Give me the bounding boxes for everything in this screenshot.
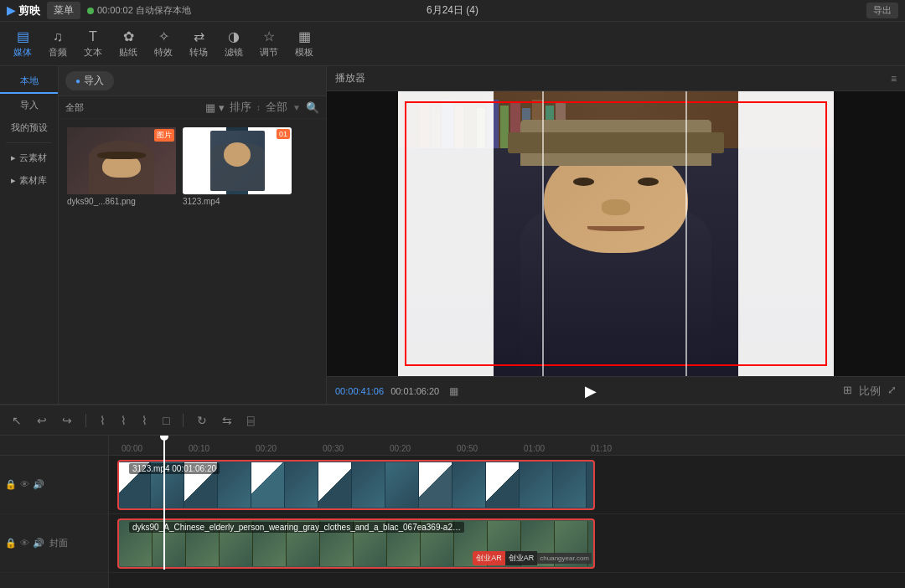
track-visibility-icon-2[interactable]: 👁 xyxy=(20,538,29,549)
ruler-50: 00:50 xyxy=(457,444,478,453)
track-icons-video: 🔒 👁 🔊 xyxy=(5,479,44,490)
video-track-label: 3123.mp4 00:01:06:20 xyxy=(129,463,220,474)
toolbar-effects-label: 特效 xyxy=(154,46,173,59)
redo-button[interactable]: ↪ xyxy=(57,412,77,429)
sidebar-item-presets[interactable]: 我的预设 xyxy=(0,116,58,139)
toolbar-text[interactable]: T 文本 xyxy=(77,26,109,62)
preview-canvas xyxy=(327,91,905,376)
top-actions: 导出 xyxy=(866,3,898,18)
sidebar-item-library[interactable]: ▸ 素材库 xyxy=(0,169,58,192)
frame-4 xyxy=(218,462,251,508)
image-track-label: dyks90_A_Chinese_elderly_person_wearing_… xyxy=(129,522,464,533)
track-sublabel: 封面 xyxy=(49,537,68,549)
cursor-head xyxy=(160,436,168,441)
crop-button[interactable]: ⌇ xyxy=(137,412,153,429)
track-lock-icon[interactable]: 🔒 xyxy=(5,479,17,490)
wm-badge-track: 创业AR xyxy=(473,551,505,565)
toolbar-audio[interactable]: ♫ 音频 xyxy=(42,26,74,62)
ruler-00: 00:00 xyxy=(122,444,142,453)
type-badge-video: 01 xyxy=(277,129,290,139)
filter-icon: ◑ xyxy=(228,28,240,44)
search-button[interactable]: 🔍 xyxy=(306,101,319,114)
frame-9 xyxy=(385,462,419,508)
project-title: 6月24日 (4) xyxy=(427,3,478,18)
undo-button[interactable]: ↩ xyxy=(32,412,52,429)
track-lock-icon-2[interactable]: 🔒 xyxy=(5,538,17,549)
sidebar-library-label: ▸ 素材库 xyxy=(11,174,46,187)
rotate-button[interactable]: ↻ xyxy=(192,412,212,429)
ruler-20: 00:20 xyxy=(256,444,277,453)
split-v-button[interactable]: ⌇ xyxy=(116,412,132,429)
sort-button[interactable]: 排序 xyxy=(230,100,251,115)
timeline-body: 🔒 👁 🔊 🔒 👁 🔊 封面 00:00 00:10 xyxy=(0,436,905,588)
toolbar-transition-label: 转场 xyxy=(189,46,208,59)
toolbar-template-label: 模板 xyxy=(295,46,313,59)
track-visibility-icon[interactable]: 👁 xyxy=(20,479,29,490)
media-panel: 导入 全部 ▦ ▾ 排序 ↕ 全部 ▼ 🔍 已添加 xyxy=(59,66,327,404)
all-filter-button[interactable]: 全部 xyxy=(266,100,287,115)
export-button[interactable]: 导出 xyxy=(866,3,898,18)
frame-6 xyxy=(285,462,318,508)
media-filename-image: dyks90_...861.png xyxy=(67,197,176,206)
expand-button[interactable]: ⤢ xyxy=(887,384,897,399)
sticker-icon: ✿ xyxy=(123,28,134,44)
fullscreen-button[interactable]: ⊞ xyxy=(843,384,852,399)
sidebar-local-label: 本地 xyxy=(20,75,39,87)
toolbar-filter[interactable]: ◑ 滤镜 xyxy=(218,25,250,62)
toolbar-template[interactable]: ▦ 模板 xyxy=(288,25,320,62)
preview-video xyxy=(398,91,834,376)
frame-5 xyxy=(251,462,285,508)
transition-icon: ⇄ xyxy=(194,28,204,44)
crop2-button[interactable]: ⌸ xyxy=(242,412,259,429)
ratio-button[interactable]: 比例 xyxy=(859,384,881,399)
sidebar-cloud-label: ▸ 云素材 xyxy=(11,152,46,164)
top-toolbar: ▤ 媒体 ♫ 音频 T 文本 ✿ 贴纸 ✧ 特效 ⇄ 转场 ◑ 滤镜 ☆ 调节 … xyxy=(0,22,905,66)
cursor-tool[interactable]: ↖ xyxy=(7,412,27,429)
preview-menu-button[interactable]: ≡ xyxy=(891,73,897,85)
toolbar-text-label: 文本 xyxy=(84,46,102,59)
ruler-40: 00:20 xyxy=(390,444,411,453)
sidebar-item-import[interactable]: 导入 xyxy=(0,94,58,116)
mirror-button[interactable]: ⇆ xyxy=(217,412,237,429)
import-button[interactable]: 导入 xyxy=(65,71,114,90)
sort-icon: ↕ xyxy=(256,103,261,112)
toolbar-media[interactable]: ▤ 媒体 xyxy=(7,25,39,62)
toolbar-adjust[interactable]: ☆ 调节 xyxy=(253,25,285,62)
ruler-10: 00:10 xyxy=(189,444,209,453)
split-button[interactable]: ⌇ xyxy=(95,412,111,429)
media-toolbar: 导入 xyxy=(59,66,326,96)
ruler-100: 01:00 xyxy=(524,444,545,453)
grid-view-button[interactable]: ▦ ▾ xyxy=(205,101,225,114)
track-icons-image: 🔒 👁 🔊 xyxy=(5,538,44,549)
track-label-image: 🔒 👁 🔊 封面 xyxy=(0,514,108,573)
image-track[interactable]: dyks90_A_Chinese_elderly_person_wearing_… xyxy=(117,518,595,569)
media-icon: ▤ xyxy=(17,28,29,44)
square-button[interactable]: □ xyxy=(158,412,174,429)
effects-icon: ✧ xyxy=(158,28,169,44)
video-track[interactable]: 3123.mp4 00:01:06:20 xyxy=(117,460,595,510)
frame-14 xyxy=(553,462,587,508)
sidebar-item-cloud[interactable]: ▸ 云素材 xyxy=(0,147,58,169)
autosave-status: 00:00:02 自动保存本地 xyxy=(87,4,191,17)
preview-area: 播放器 ≡ xyxy=(327,66,905,404)
preview-controls: 00:00:41:06 00:01:06:20 ▦ ▶ ⊞ 比例 ⤢ xyxy=(327,376,905,404)
toolbar-transition[interactable]: ⇄ 转场 xyxy=(183,25,215,62)
sidebar: 本地 导入 我的预设 ▸ 云素材 ▸ 素材库 xyxy=(0,66,59,404)
timeline-cursor[interactable] xyxy=(163,436,165,570)
sidebar-divider xyxy=(6,142,52,143)
app-name: 剪映 xyxy=(18,3,40,18)
preview-title: 播放器 xyxy=(335,71,365,85)
timeline-tracks[interactable]: 00:00 00:10 00:20 00:30 00:20 00:50 01:0… xyxy=(109,436,905,588)
wm-url-track: chuangyear.com xyxy=(537,553,592,564)
timecode-icon: ▦ xyxy=(449,385,458,397)
track-volume-icon[interactable]: 🔊 xyxy=(33,479,44,490)
sidebar-item-local[interactable]: 本地 xyxy=(0,70,58,94)
toolbar-sticker[interactable]: ✿ 贴纸 xyxy=(112,25,144,62)
menu-button[interactable]: 菜单 xyxy=(47,2,80,19)
play-button[interactable]: ▶ xyxy=(585,382,597,400)
video-track-row: 3123.mp4 00:01:06:20 xyxy=(109,456,905,514)
toolbar-effects[interactable]: ✧ 特效 xyxy=(147,25,179,62)
media-item-image[interactable]: 已添加 图片 dyks90_...861.png xyxy=(67,127,176,395)
media-item-video[interactable]: 已添加 01 3123.mp4 xyxy=(183,127,292,395)
track-volume-icon-2[interactable]: 🔊 xyxy=(33,538,44,549)
